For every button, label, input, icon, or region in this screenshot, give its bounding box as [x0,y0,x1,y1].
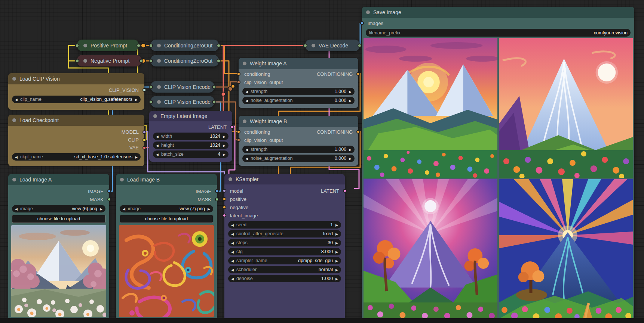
collapse-dot[interactable] [12,118,16,122]
increment-arrow-icon[interactable] [349,156,352,161]
increment-arrow-icon[interactable] [349,147,352,152]
collapse-dot[interactable] [157,44,161,47]
prev-arrow-icon[interactable] [15,97,18,102]
noise-augmentation-stepper[interactable]: noise_augmentation 0.000 [242,155,355,162]
width-stepper[interactable]: width 1024 [153,133,229,140]
collapse-dot[interactable] [120,178,124,181]
conditioning-input-port[interactable] [237,72,240,76]
collapsed-output-dot[interactable] [358,43,362,47]
next-arrow-icon[interactable] [208,206,210,211]
clip-vision-output-port[interactable] [142,88,146,92]
increment-arrow-icon[interactable] [223,152,226,157]
decrement-arrow-icon[interactable] [245,89,248,94]
noise-augmentation-stepper[interactable]: noise_augmentation 0.000 [242,97,355,104]
decrement-arrow-icon[interactable] [245,98,248,103]
filename-prefix-field[interactable]: filename_prefix comfyui-revision [366,29,631,37]
prev-arrow-icon[interactable] [15,206,18,211]
collapse-dot[interactable] [157,59,161,63]
node-load-checkpoint[interactable]: Load Checkpoint MODEL CLIP VAE ckpt_name… [8,115,144,164]
image-output-port[interactable] [107,189,111,193]
decrement-arrow-icon[interactable] [231,240,234,245]
collapsed-input-dot[interactable] [149,100,153,104]
increment-arrow-icon[interactable] [335,276,338,281]
next-arrow-icon[interactable] [135,154,138,159]
seed-stepper[interactable]: seed 1 [228,221,341,229]
node-header[interactable]: Load CLIP Vision [8,73,144,84]
collapse-dot[interactable] [12,178,16,181]
scheduler-combo[interactable]: scheduler normal [228,266,341,273]
generated-image-2[interactable] [499,38,633,178]
prev-arrow-icon[interactable] [231,258,234,263]
next-arrow-icon[interactable] [335,258,338,263]
prev-arrow-icon[interactable] [15,154,18,159]
collapsed-input-dot[interactable] [149,85,153,89]
prev-arrow-icon[interactable] [123,206,125,211]
collapsed-output-dot[interactable] [217,43,221,47]
collapsed-input-dot[interactable] [303,43,307,47]
clip-vision-output-input-port[interactable] [237,138,240,142]
strength-stepper[interactable]: strength 1.000 [242,88,355,95]
collapse-dot[interactable] [312,44,315,47]
mask-output-port[interactable] [107,198,111,201]
node-header[interactable]: Load Image B [116,174,217,185]
decrement-arrow-icon[interactable] [231,222,234,227]
node-graph-canvas[interactable]: Positive Prompt Negative Prompt Conditio… [0,0,644,323]
node-header[interactable]: Weight Image A [239,58,358,69]
model-output-port[interactable] [142,130,146,134]
latent-image-input-port[interactable] [223,214,226,217]
node-load-image-b[interactable]: Load Image B IMAGE MASK image view (7).p… [116,174,217,319]
node-save-image[interactable]: Save Image images filename_prefix comfyu… [362,7,634,320]
increment-arrow-icon[interactable] [223,134,226,139]
node-header[interactable]: Save Image [362,7,634,18]
node-conditioning-zero-out-1[interactable]: ConditioningZeroOut [151,40,219,51]
generated-image-4[interactable] [499,179,633,319]
prev-arrow-icon[interactable] [231,231,234,236]
collapse-dot[interactable] [153,114,157,118]
prev-arrow-icon[interactable] [231,267,234,272]
collapse-dot[interactable] [243,62,246,65]
strength-stepper[interactable]: strength 1.000 [242,146,355,153]
height-stepper[interactable]: height 1024 [153,142,229,149]
collapsed-input-dot[interactable] [149,43,153,47]
next-arrow-icon[interactable] [335,231,338,236]
node-ksampler[interactable]: KSampler model LATENT positive negative … [224,174,345,319]
node-vae-decode[interactable]: VAE Decode [305,40,360,51]
increment-arrow-icon[interactable] [335,240,338,245]
clip-output-port[interactable] [142,138,146,142]
collapse-dot[interactable] [157,100,161,104]
node-positive-prompt[interactable]: Positive Prompt [77,40,139,51]
ckpt-name-combo[interactable]: ckpt_name sd_xl_base_1.0.safetensors [12,153,141,161]
vae-output-port[interactable] [142,146,146,150]
collapsed-output-dot[interactable] [212,100,216,104]
node-conditioning-zero-out-2[interactable]: ConditioningZeroOut [151,55,219,66]
node-empty-latent-image[interactable]: Empty Latent Image LATENT width 1024 hei… [149,111,232,160]
image-output-port[interactable] [215,189,219,193]
collapsed-input-dot[interactable] [75,43,79,47]
next-arrow-icon[interactable] [335,267,338,272]
decrement-arrow-icon[interactable] [156,134,159,139]
collapse-dot[interactable] [229,177,232,181]
node-header[interactable]: Empty Latent Image [149,111,232,121]
node-header[interactable]: Weight Image B [239,116,358,127]
collapse-dot[interactable] [366,10,370,14]
collapse-dot[interactable] [12,77,16,81]
node-header[interactable]: Load Checkpoint [8,115,144,126]
decrement-arrow-icon[interactable] [245,147,248,152]
latent-output-port[interactable] [343,189,347,193]
collapse-dot[interactable] [243,119,246,123]
node-negative-prompt[interactable]: Negative Prompt [77,55,141,66]
collapsed-input-dot[interactable] [149,59,153,63]
generated-image-1[interactable] [364,38,497,178]
node-clip-vision-encode-2[interactable]: CLIP Vision Encode [151,96,214,108]
clip-vision-output-input-port[interactable] [237,80,240,84]
node-load-clip-vision[interactable]: Load CLIP Vision CLIP_VISION clip_name c… [8,73,144,108]
positive-input-port[interactable] [223,197,226,201]
negative-input-port[interactable] [223,205,226,209]
mask-output-port[interactable] [215,198,219,201]
collapsed-output-dot[interactable] [212,85,216,89]
collapse-dot[interactable] [157,85,161,89]
images-input-port[interactable] [360,21,364,25]
decrement-arrow-icon[interactable] [231,249,234,254]
increment-arrow-icon[interactable] [223,143,226,148]
denoise-stepper[interactable]: denoise 1.000 [228,275,341,282]
